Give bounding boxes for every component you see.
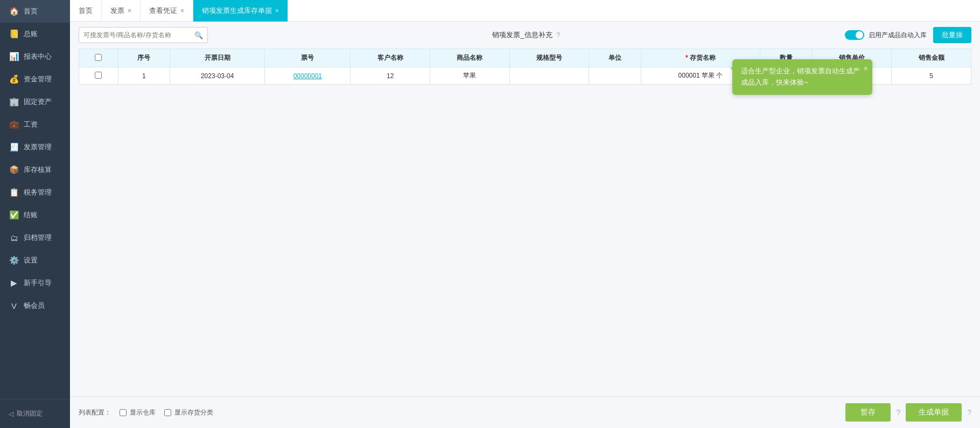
tab-invoice-label: 发票 <box>110 6 124 16</box>
sidebar-item-general-ledger[interactable]: 📒 总账 <box>0 23 70 45</box>
sidebar-item-label: 结账 <box>24 210 38 220</box>
ticket-no-link[interactable]: 00000001 <box>293 72 322 80</box>
show-category-group: 显示存货分类 <box>164 408 213 417</box>
gear-icon: ⚙️ <box>9 256 19 265</box>
generate-help-icon[interactable]: ? <box>967 408 971 417</box>
generate-button[interactable]: 生成单据 <box>906 403 962 422</box>
tab-sales[interactable]: 销项发票生成库存单据 × <box>193 0 288 22</box>
info-help-icon[interactable]: ? <box>556 31 560 39</box>
col-spec: 规格型号 <box>509 49 589 67</box>
sidebar-item-label: 设置 <box>24 256 38 265</box>
batch-button[interactable]: 批量操 <box>933 27 971 43</box>
col-date: 开票日期 <box>170 49 265 67</box>
col-customer: 客户名称 <box>351 49 430 67</box>
row-checkbox-cell <box>79 67 118 85</box>
search-input[interactable] <box>83 31 191 39</box>
building-icon: 🏢 <box>9 97 19 107</box>
tab-home-label: 首页 <box>79 6 93 16</box>
save-help-icon[interactable]: ? <box>896 408 900 417</box>
select-all-checkbox[interactable] <box>95 54 102 61</box>
sidebar-item-member[interactable]: V 畅会员 <box>0 294 70 317</box>
sidebar-item-archive[interactable]: 🗂 归档管理 <box>0 226 70 249</box>
sidebar-item-settlement[interactable]: ✅ 结账 <box>0 204 70 226</box>
info-label: 销项发票_信息补充 ? <box>214 30 838 40</box>
show-warehouse-group: 显示仓库 <box>120 408 156 417</box>
tab-bar: 首页 发票 × 查看凭证 × 销项发票生成库存单据 × <box>70 0 980 22</box>
sidebar-item-label: 税务管理 <box>24 188 52 197</box>
tab-home[interactable]: 首页 <box>70 0 102 22</box>
footer: 列表配置： 显示仓库 显示存货分类 暂存 ? 生成单据 ? <box>70 396 980 428</box>
tab-sales-label: 销项发票生成库存单据 <box>202 6 272 16</box>
sidebar-item-fixed-assets[interactable]: 🏢 固定资产 <box>0 91 70 113</box>
sidebar-item-fund[interactable]: 💰 资金管理 <box>0 68 70 91</box>
show-category-checkbox[interactable] <box>164 409 171 416</box>
sidebar-item-invoice[interactable]: 🧾 发票管理 <box>0 136 70 158</box>
cancel-icon: ◁ <box>9 410 13 418</box>
main-area: 首页 发票 × 查看凭证 × 销项发票生成库存单据 × 🔍 销项发票_信息补充 … <box>70 0 980 428</box>
ledger-icon: 📒 <box>9 29 19 39</box>
col-seq: 序号 <box>118 49 170 67</box>
row-customer: 12 <box>351 67 430 85</box>
sidebar-item-label: 首页 <box>24 6 38 16</box>
row-checkbox[interactable] <box>95 72 102 79</box>
sidebar-item-reports[interactable]: 📊 报表中心 <box>0 45 70 68</box>
list-config-label: 列表配置： <box>79 408 111 417</box>
search-icon: 🔍 <box>194 31 203 39</box>
tab-voucher[interactable]: 查看凭证 × <box>141 0 193 22</box>
page-content: 🔍 销项发票_信息补充 ? 启用产成品自动入库 批量操 <box>70 22 980 428</box>
col-ticket-no: 票号 <box>265 49 351 67</box>
show-warehouse-checkbox[interactable] <box>120 409 127 416</box>
search-wrap: 🔍 <box>79 27 208 43</box>
col-unit: 单位 <box>589 49 641 67</box>
row-date: 2023-03-04 <box>170 67 265 85</box>
sidebar-item-label: 资金管理 <box>24 74 52 84</box>
row-product: 苹果 <box>430 67 510 85</box>
footer-actions: 暂存 ? 生成单据 ? <box>845 403 971 422</box>
sidebar-item-label: 发票管理 <box>24 142 52 152</box>
play-icon: ▶ <box>9 278 19 288</box>
check-icon: ✅ <box>9 210 19 220</box>
sidebar-item-guide[interactable]: ▶ 新手引导 <box>0 272 70 294</box>
invoice-icon: 🧾 <box>9 142 19 152</box>
sidebar-item-label: 库存核算 <box>24 165 52 175</box>
tab-sales-close[interactable]: × <box>275 7 279 15</box>
sidebar-item-tax[interactable]: 📋 税务管理 <box>0 181 70 204</box>
tooltip-popup: × 适合生产型企业，销项发票自动生成产成品入库，快来体验~ <box>732 59 872 95</box>
toggle-label: 启用产成品自动入库 <box>869 31 927 40</box>
table-wrap: 序号 开票日期 票号 客户名称 商品名称 <box>70 49 980 396</box>
tooltip-text: 适合生产型企业，销项发票自动生成产成品入库，快来体验~ <box>741 67 860 86</box>
show-warehouse-label: 显示仓库 <box>130 408 156 417</box>
fund-icon: 💰 <box>9 74 19 84</box>
show-category-label: 显示存货分类 <box>174 408 213 417</box>
member-icon: V <box>9 301 19 310</box>
col-product: 商品名称 <box>430 49 510 67</box>
tax-icon: 📋 <box>9 188 19 197</box>
auto-warehouse-toggle[interactable] <box>845 30 864 40</box>
sidebar-item-label: 畅会员 <box>24 301 45 310</box>
row-spec <box>509 67 589 85</box>
row-ticket-no[interactable]: 00000001 <box>265 67 351 85</box>
report-icon: 📊 <box>9 52 19 61</box>
sidebar-item-labor[interactable]: 💼 工资 <box>0 113 70 136</box>
sidebar-item-label: 归档管理 <box>24 233 52 243</box>
col-amount: 销售金额 <box>892 49 971 67</box>
col-checkbox <box>79 49 118 67</box>
sidebar-item-settings[interactable]: ⚙️ 设置 <box>0 249 70 272</box>
archive-icon: 🗂 <box>9 233 19 243</box>
tooltip-close-button[interactable]: × <box>864 63 868 74</box>
sidebar-item-home[interactable]: 🏠 首页 <box>0 0 70 23</box>
tab-voucher-label: 查看凭证 <box>149 6 177 16</box>
row-amount: 5 <box>892 67 971 85</box>
row-seq: 1 <box>118 67 170 85</box>
sidebar-item-label: 总账 <box>24 29 38 39</box>
tab-invoice-close[interactable]: × <box>128 7 131 15</box>
save-button[interactable]: 暂存 <box>845 403 891 422</box>
toggle-wrap: 启用产成品自动入库 <box>845 30 927 40</box>
sidebar-item-label: 固定资产 <box>24 97 52 107</box>
sidebar: 🏠 首页 📒 总账 📊 报表中心 💰 资金管理 🏢 固定资产 💼 工资 🧾 发票… <box>0 0 70 428</box>
cancel-fixed-button[interactable]: ◁ 取消固定 <box>0 404 70 424</box>
sidebar-item-inventory[interactable]: 📦 库存核算 <box>0 158 70 181</box>
tab-invoice[interactable]: 发票 × <box>102 0 141 22</box>
tab-voucher-close[interactable]: × <box>180 7 184 15</box>
toolbar: 🔍 销项发票_信息补充 ? 启用产成品自动入库 批量操 <box>70 22 980 49</box>
